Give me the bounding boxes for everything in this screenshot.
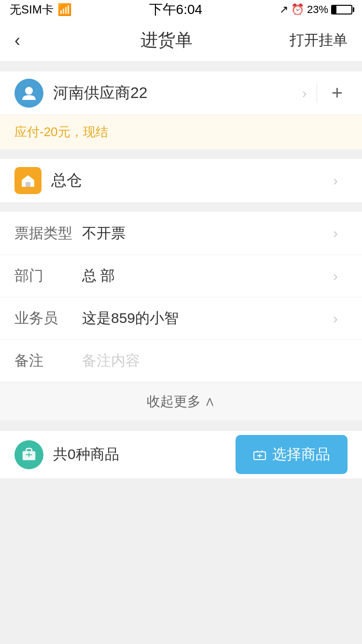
product-icon-wrap bbox=[14, 440, 43, 469]
status-bar: 无SIM卡 📶 下午6:04 ↗ ⏰ 23% bbox=[0, 0, 362, 19]
battery-percent: 23% bbox=[307, 3, 328, 16]
status-right: ↗ ⏰ 23% bbox=[279, 3, 352, 16]
salesperson-label: 业务员 bbox=[14, 308, 72, 328]
remark-label: 备注 bbox=[14, 351, 72, 371]
nav-bar: ‹ 进货单 打开挂单 bbox=[0, 19, 362, 62]
form-row-salesperson[interactable]: 业务员 这是859的小智 › bbox=[0, 297, 362, 339]
remark-input[interactable]: 备注内容 bbox=[72, 351, 348, 371]
collapse-row[interactable]: 收起更多 ∧ bbox=[0, 382, 362, 420]
divider bbox=[317, 84, 317, 103]
supplier-section: 河南供应商22 › + 应付-20元，现结 bbox=[0, 71, 362, 149]
alarm-icon: ⏰ bbox=[291, 3, 304, 16]
user-icon bbox=[20, 84, 38, 102]
department-value: 总 部 bbox=[72, 266, 333, 286]
bottom-bar: 共0种商品 选择商品 bbox=[0, 430, 362, 478]
ticket-type-value: 不开票 bbox=[72, 224, 333, 243]
open-pending-button[interactable]: 打开挂单 bbox=[290, 30, 348, 50]
section-gap-2 bbox=[0, 149, 362, 159]
time-label: 下午6:04 bbox=[149, 0, 203, 19]
location-icon: ↗ bbox=[279, 3, 288, 16]
wifi-icon: 📶 bbox=[57, 3, 72, 16]
form-row-ticket[interactable]: 票据类型 不开票 › bbox=[0, 212, 362, 254]
chevron-right-icon: › bbox=[302, 85, 307, 101]
page-title: 进货单 bbox=[140, 28, 193, 52]
collapse-label: 收起更多 ∧ bbox=[147, 392, 216, 411]
battery-icon bbox=[331, 5, 352, 14]
select-button-label: 选择商品 bbox=[272, 445, 330, 464]
chevron-right-icon: › bbox=[333, 172, 338, 189]
supplier-row[interactable]: 河南供应商22 › + bbox=[0, 71, 362, 115]
add-supplier-button[interactable]: + bbox=[327, 77, 348, 109]
section-gap-3 bbox=[0, 202, 362, 212]
svg-point-0 bbox=[25, 87, 33, 95]
chevron-right-icon: › bbox=[333, 225, 338, 241]
avatar bbox=[14, 79, 43, 108]
chevron-right-icon: › bbox=[333, 268, 338, 284]
department-label: 部门 bbox=[14, 266, 72, 286]
product-count: 共0种商品 bbox=[53, 445, 236, 464]
warehouse-row[interactable]: 总仓 › bbox=[0, 159, 362, 202]
product-icon bbox=[21, 447, 37, 463]
form-row-remark[interactable]: 备注 备注内容 bbox=[0, 339, 362, 382]
salesperson-value: 这是859的小智 bbox=[72, 308, 333, 328]
cart-icon bbox=[253, 448, 266, 462]
supplier-name: 河南供应商22 bbox=[53, 83, 302, 104]
warehouse-icon bbox=[20, 172, 36, 189]
chevron-right-icon: › bbox=[333, 310, 338, 327]
warehouse-icon-wrap bbox=[14, 167, 42, 194]
notice-row: 应付-20元，现结 bbox=[0, 115, 362, 149]
section-gap-1 bbox=[0, 62, 362, 71]
warehouse-name: 总仓 bbox=[51, 170, 333, 191]
carrier-label: 无SIM卡 bbox=[10, 2, 54, 17]
form-row-department[interactable]: 部门 总 部 › bbox=[0, 254, 362, 297]
warehouse-section: 总仓 › bbox=[0, 159, 362, 202]
select-product-button[interactable]: 选择商品 bbox=[236, 435, 348, 474]
status-left: 无SIM卡 📶 bbox=[10, 2, 72, 17]
back-button[interactable]: ‹ bbox=[14, 30, 43, 51]
ticket-type-label: 票据类型 bbox=[14, 224, 72, 243]
svg-rect-1 bbox=[26, 182, 30, 187]
form-section: 票据类型 不开票 › 部门 总 部 › 业务员 这是859的小智 › 备注 备注… bbox=[0, 212, 362, 420]
notice-text: 应付-20元，现结 bbox=[14, 125, 108, 139]
